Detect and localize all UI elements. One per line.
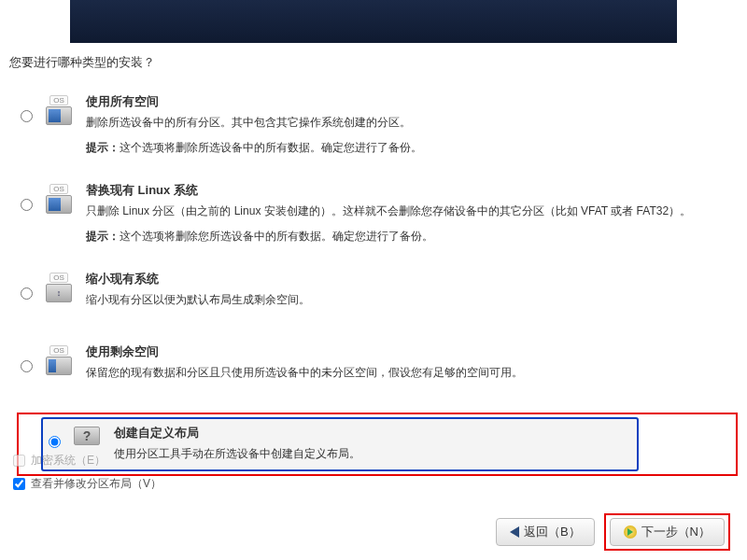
encrypt-label: 加密系统（E） [31, 453, 106, 469]
option-title: 替换现有 Linux 系统 [86, 182, 734, 199]
option-desc: 使用分区工具手动在所选设备中创建自定义布局。 [114, 445, 631, 462]
option-replace-linux[interactable]: OS 替换现有 Linux 系统 只删除 Linux 分区（由之前的 Linux… [17, 178, 738, 248]
disk-icon-question [74, 427, 100, 445]
next-button[interactable]: 下一步（N） [610, 518, 725, 546]
os-badge: OS [49, 95, 68, 105]
disk-icon [46, 195, 72, 214]
review-row[interactable]: 查看并修改分区布局（V） [13, 476, 162, 492]
review-label: 查看并修改分区布局（V） [31, 476, 162, 492]
checkbox-group: 加密系统（E） 查看并修改分区布局（V） [13, 453, 162, 499]
option-tip: 提示：这个选项将删除所选设备中的所有数据。确定您进行了备份。 [86, 140, 734, 156]
option-shrink[interactable]: OS 缩小现有系统 缩小现有分区以便为默认布局生成剩余空间。 [17, 267, 738, 321]
option-desc: 删除所选设备中的所有分区。其中包含其它操作系统创建的分区。 [86, 114, 734, 131]
disk-icon [46, 357, 72, 375]
os-badge: OS [49, 345, 68, 356]
option-desc: 缩小现有分区以便为默认布局生成剩余空间。 [86, 291, 734, 308]
option-title: 使用所有空间 [86, 93, 734, 110]
install-options-group: OS 使用所有空间 删除所选设备中的所有分区。其中包含其它操作系统创建的分区。 … [17, 90, 738, 476]
checkbox-encrypt [13, 455, 25, 467]
encrypt-row: 加密系统（E） [13, 453, 162, 469]
option-free-space[interactable]: OS 使用剩余空间 保留您的现有数据和分区且只使用所选设备中的未分区空间，假设您… [17, 340, 738, 394]
option-title: 缩小现有系统 [86, 271, 734, 287]
back-button[interactable]: 返回（B） [496, 518, 595, 546]
disk-icon [46, 284, 72, 302]
option-desc: 保留您的现有数据和分区且只使用所选设备中的未分区空间，假设您有足够的空间可用。 [86, 364, 734, 381]
disk-icon [46, 106, 72, 125]
radio-replace-linux[interactable] [21, 199, 33, 211]
arrow-right-icon [624, 525, 637, 539]
install-type-question: 您要进行哪种类型的安装？ [9, 54, 738, 71]
highlight-next-button: 下一步（N） [604, 513, 730, 551]
radio-use-all-space[interactable] [21, 110, 33, 122]
checkbox-review[interactable] [13, 478, 25, 490]
radio-free-space[interactable] [21, 360, 33, 372]
footer-buttons: 返回（B） 下一步（N） [496, 513, 730, 551]
option-use-all-space[interactable]: OS 使用所有空间 删除所选设备中的所有分区。其中包含其它操作系统创建的分区。 … [17, 90, 738, 160]
radio-shrink[interactable] [21, 287, 33, 300]
option-tip: 提示：这个选项将删除您所选设备中的所有数据。确定您进行了备份。 [86, 229, 734, 245]
option-title: 使用剩余空间 [86, 343, 734, 360]
header-banner [70, 0, 677, 43]
os-badge: OS [49, 273, 68, 283]
os-badge: OS [49, 184, 68, 194]
radio-custom-layout[interactable] [49, 436, 61, 448]
option-title: 创建自定义布局 [114, 425, 631, 441]
option-desc: 只删除 Linux 分区（由之前的 Linux 安装创建的）。这样就不会删除您存… [86, 203, 734, 219]
arrow-left-icon [510, 526, 519, 538]
